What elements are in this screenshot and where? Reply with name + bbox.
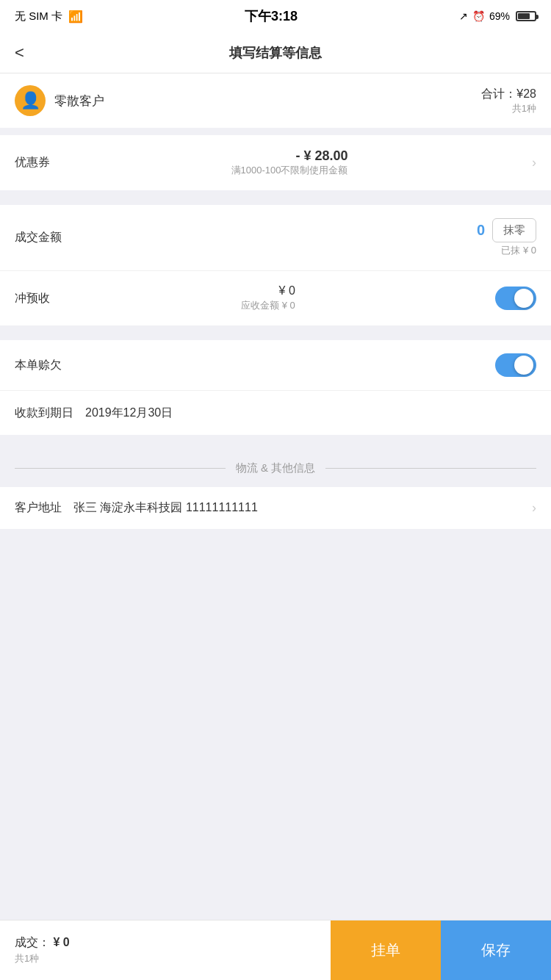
debt-label: 本单赊欠 (15, 358, 62, 373)
prepaid-toggle[interactable] (495, 287, 536, 310)
back-button[interactable]: < (9, 37, 30, 68)
debt-toggle-track (495, 353, 536, 377)
customer-name: 零散客户 (54, 93, 104, 109)
deal-amount-label: 成交金额 (15, 230, 62, 245)
address-label: 客户地址 (15, 500, 62, 516)
nav-bar: < 填写结算等信息 (0, 32, 551, 73)
no-sim-text: 无 SIM 卡 (15, 10, 62, 24)
bottom-deal-label: 成交： ¥ 0 (15, 935, 316, 951)
coupon-amount: - ¥ 28.00 (295, 148, 347, 164)
status-left: 无 SIM 卡 📶 (15, 10, 83, 24)
coupon-section: 优惠券 - ¥ 28.00 满1000-100不限制使用金额 › (0, 135, 551, 190)
logistics-header: 物流 & 其他信息 (0, 450, 551, 487)
toggle-thumb (514, 289, 533, 308)
avatar: 👤 (15, 85, 46, 116)
battery-percent: 69% (489, 10, 510, 22)
page-title: 填写结算等信息 (229, 44, 322, 62)
round-zero-button[interactable]: 抹零 (492, 218, 536, 242)
divider-3 (0, 442, 551, 450)
coupon-label: 优惠券 (15, 155, 50, 170)
deal-amount-row: 成交金额 0 抹零 已抹 ¥ 0 (0, 205, 551, 271)
address-row[interactable]: 客户地址 张三 海淀永丰科技园 11111111111 › (0, 487, 551, 529)
status-bar: 无 SIM 卡 📶 下午3:18 ↗ ⏰ 69% (0, 0, 551, 32)
logistics-label: 物流 & 其他信息 (236, 461, 315, 475)
divider-1 (0, 198, 551, 205)
customer-total: 合计：¥28 共1种 (481, 87, 536, 115)
coupon-right: - ¥ 28.00 满1000-100不限制使用金额 (231, 148, 348, 177)
address-value: 张三 海淀永丰科技园 11111111111 (73, 500, 529, 516)
prepaid-sub: 应收金额 ¥ 0 (241, 299, 295, 312)
bottom-info: 成交： ¥ 0 共1种 (0, 935, 331, 965)
logistics-line-right (325, 468, 536, 469)
chevron-icon: › (532, 155, 536, 170)
prepaid-offset-row: 冲预收 ¥ 0 应收金额 ¥ 0 (0, 271, 551, 325)
deal-right: 0 抹零 已抹 ¥ 0 (477, 218, 536, 257)
debt-row: 本单赊欠 (0, 340, 551, 391)
total-amount: 合计：¥28 (481, 87, 536, 102)
deal-prefix: 成交： (15, 936, 50, 948)
coupon-row[interactable]: 优惠券 - ¥ 28.00 满1000-100不限制使用金额 › (0, 135, 551, 190)
divider-2 (0, 333, 551, 340)
wifi-icon: 📶 (68, 10, 83, 24)
bottom-count: 共1种 (15, 952, 316, 965)
prepaid-toggle-wrap[interactable] (495, 287, 536, 310)
customer-row: 👤 零散客户 合计：¥28 共1种 (0, 73, 551, 128)
debt-toggle-wrap[interactable] (495, 353, 536, 377)
due-date-row: 收款到期日 2019年12月30日 (0, 391, 551, 435)
item-count: 共1种 (481, 102, 536, 115)
status-time: 下午3:18 (245, 7, 298, 25)
battery-icon (516, 11, 536, 21)
status-right: ↗ ⏰ 69% (459, 10, 536, 22)
due-date-label: 收款到期日 (15, 406, 73, 421)
prepaid-right: ¥ 0 应收金额 ¥ 0 (241, 284, 295, 312)
debt-toggle[interactable] (495, 353, 536, 377)
debt-section: 本单赊欠 收款到期日 2019年12月30日 (0, 340, 551, 435)
save-button[interactable]: 保存 (441, 920, 551, 981)
alarm-icon: ⏰ (472, 10, 485, 22)
location-icon: ↗ (459, 10, 468, 22)
customer-left: 👤 零散客户 (15, 85, 104, 116)
bottom-deal-amount: ¥ 0 (53, 936, 69, 948)
coupon-sub: 满1000-100不限制使用金额 (231, 164, 348, 177)
deal-amount-value: 0 (477, 222, 485, 239)
prepaid-amount: ¥ 0 (279, 284, 295, 298)
hang-order-button[interactable]: 挂单 (331, 920, 441, 981)
toggle-track (495, 287, 536, 310)
deal-section: 成交金额 0 抹零 已抹 ¥ 0 冲预收 ¥ 0 应收金额 ¥ 0 (0, 205, 551, 325)
logistics-line-left (15, 468, 226, 469)
bottom-bar: 成交： ¥ 0 共1种 挂单 保存 (0, 920, 551, 980)
address-chevron-icon: › (532, 500, 536, 516)
prepaid-label: 冲预收 (15, 291, 50, 306)
content: 👤 零散客户 合计：¥28 共1种 优惠券 - ¥ 28.00 满1000-10… (0, 73, 551, 595)
debt-toggle-thumb (514, 356, 533, 375)
deal-amount-sub: 已抹 ¥ 0 (501, 244, 536, 257)
deal-right-top: 0 抹零 (477, 218, 536, 242)
due-date-value: 2019年12月30日 (85, 406, 536, 421)
